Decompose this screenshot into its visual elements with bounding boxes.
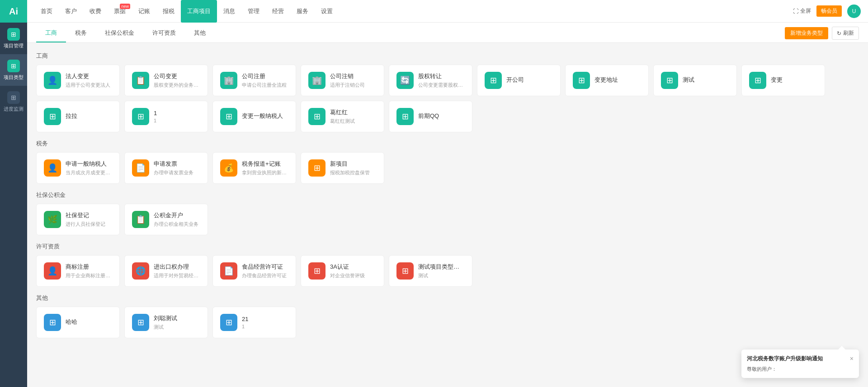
card-apply-invoice[interactable]: 📄 申请发票 办理申请发票业务: [124, 152, 208, 184]
card-num1[interactable]: ⊞ 1 1: [124, 101, 208, 132]
card-ge-hong-hong[interactable]: ⊞ 葛红红 葛红红测试: [301, 101, 384, 132]
tab-other[interactable]: 其他: [185, 24, 215, 42]
tax-cards-grid: 👤 申请一般纳税人 当月或次月成变更完成 📄 申请发票 办理申请发票业务: [36, 152, 859, 184]
apply-invoice-title: 申请发票: [154, 160, 200, 168]
nav-management[interactable]: 管理: [241, 0, 266, 23]
company-change-title: 公司变更: [154, 72, 200, 80]
trademark-desc: 用于企业商标注册服务: [66, 272, 112, 279]
refresh-icon: ↻: [837, 30, 841, 37]
other-section: 其他 ⊞ 哈哈 ⊞ 刘聪测试 测试: [36, 294, 859, 338]
card-early-qq[interactable]: ⊞ 前期QQ: [389, 101, 472, 132]
num1-desc: 1: [154, 118, 200, 123]
liu-ce-test-desc: 测试: [154, 324, 200, 331]
3a-cert-desc: 对企业信誉评级: [330, 272, 377, 279]
tab-license[interactable]: 许可资质: [143, 24, 185, 42]
test-icon: ⊞: [661, 72, 678, 89]
tab-tax[interactable]: 税务: [66, 24, 96, 42]
card-new-project[interactable]: ⊞ 新项目 报税加税控盘保管: [301, 152, 384, 184]
card-apply-tax[interactable]: 👤 申请一般纳税人 当月或次月成变更完成: [36, 152, 120, 184]
legal-change-desc: 适用于公司变更法人: [66, 82, 112, 89]
nav-billing[interactable]: 收费: [83, 0, 108, 23]
card-open-company[interactable]: ⊞ 开公司: [477, 65, 561, 96]
card-change[interactable]: ⊞ 变更: [741, 65, 825, 96]
nav-client[interactable]: 客户: [59, 0, 83, 23]
test-title: 测试: [683, 76, 729, 84]
main-area: 首页 客户 收费 票据 new 记账 报税 工商项目 消息 管理 经营 服务 设…: [27, 0, 868, 387]
card-test[interactable]: ⊞ 测试: [653, 65, 737, 96]
company-cancel-desc: 适用于注销公司: [330, 82, 377, 89]
apply-invoice-icon: 📄: [132, 159, 149, 177]
tax-bookkeeping-desc: 拿到营业执照的新公司: [242, 169, 288, 176]
card-3a-cert[interactable]: ⊞ 3A认证 对企业信誉评级: [301, 255, 384, 287]
sidebar-item-label-project-type: 项目类型: [4, 74, 24, 81]
card-company-cancel[interactable]: 🏢 公司注销 适用于注销公司: [301, 65, 384, 96]
nav-home[interactable]: 首页: [34, 0, 59, 23]
nav-industry[interactable]: 工商项目: [181, 0, 217, 23]
company-change-desc: 股权变更外的业务变更: [154, 82, 200, 89]
card-company-change[interactable]: 📋 公司变更 股权变更外的业务变更: [124, 65, 208, 96]
apply-tax-title: 申请一般纳税人: [66, 160, 112, 168]
invoice-badge: new: [120, 4, 130, 9]
food-license-icon: 📄: [220, 262, 237, 280]
nav-settings[interactable]: 设置: [315, 0, 339, 23]
notification-close-button[interactable]: ×: [850, 355, 854, 362]
apply-tax-desc: 当月或次月成变更完成: [66, 169, 112, 176]
industry-section-title: 工商: [36, 52, 859, 60]
card-lala[interactable]: ⊞ 拉拉: [36, 101, 120, 132]
social-section-title: 社保公积金: [36, 191, 859, 199]
social-cards-grid: 🌿 社保登记 进行人员社保登记 📋 公积金开户 办理公积金相关业务: [36, 204, 859, 235]
nav-bookkeeping[interactable]: 记账: [132, 0, 156, 23]
card-test-type-def[interactable]: ⊞ 测试项目类型目定义 测试: [389, 255, 472, 287]
notification-body: 尊敬的用户：: [747, 365, 854, 373]
nav-invoice[interactable]: 票据 new: [108, 0, 132, 23]
fullscreen-btn[interactable]: ⛶ 全屏: [793, 7, 811, 15]
apply-invoice-desc: 办理申请发票业务: [154, 169, 200, 176]
change-title: 变更: [771, 76, 817, 84]
sidebar-item-project-mgmt[interactable]: ⊞ 项目管理: [0, 23, 27, 54]
card-tax-bookkeeping[interactable]: 💰 税务报道+记账 拿到营业执照的新公司: [212, 152, 296, 184]
card-num21[interactable]: ⊞ 21 1: [212, 307, 296, 338]
card-housing-fund[interactable]: 📋 公积金开户 办理公积金相关业务: [124, 204, 208, 235]
tabs-bar: 工商 税务 社保公积金 许可资质 其他 新增业务类型 ↻ 刷新: [27, 23, 868, 43]
member-button[interactable]: 畅会员: [816, 5, 842, 17]
num1-icon: ⊞: [132, 108, 149, 125]
nav-operations[interactable]: 经营: [266, 0, 290, 23]
haha-title: 哈哈: [66, 318, 112, 326]
progress-monitor-icon: ⊞: [7, 91, 20, 104]
card-import-export[interactable]: 🌐 进出口权办理 适用于对外贸易经营者: [124, 255, 208, 287]
card-company-register[interactable]: 🏢 公司注册 申请公司注册全流程: [212, 65, 296, 96]
num21-icon: ⊞: [220, 314, 237, 331]
trademark-title: 商标注册: [66, 263, 112, 271]
card-haha[interactable]: ⊞ 哈哈: [36, 307, 120, 338]
card-legal-change[interactable]: 👤 法人变更 适用于公司变更法人: [36, 65, 120, 96]
card-change-tax[interactable]: ⊞ 变更一般纳税人: [212, 101, 296, 132]
tab-industry[interactable]: 工商: [36, 24, 66, 42]
card-trademark[interactable]: 👤 商标注册 用于企业商标注册服务: [36, 255, 120, 287]
housing-fund-icon: 📋: [132, 211, 149, 228]
legal-change-title: 法人变更: [66, 72, 112, 80]
card-equity-transfer[interactable]: 🔄 股权转让 公司变更需要股权转让: [389, 65, 472, 96]
refresh-button[interactable]: ↻ 刷新: [832, 27, 859, 40]
scroll-content: 工商 👤 法人变更 适用于公司变更法人 📋 公司变更 股权变更外的业务变更: [27, 43, 868, 387]
sidebar-item-progress-monitor[interactable]: ⊞ 进度监测: [0, 86, 27, 117]
nav-message[interactable]: 消息: [217, 0, 241, 23]
card-social-register[interactable]: 🌿 社保登记 进行人员社保登记: [36, 204, 120, 235]
social-register-desc: 进行人员社保登记: [66, 221, 112, 228]
lala-title: 拉拉: [66, 112, 112, 120]
num21-desc: 1: [242, 324, 288, 329]
add-type-button[interactable]: 新增业务类型: [785, 27, 828, 39]
nav-tax[interactable]: 报税: [156, 0, 181, 23]
social-register-title: 社保登记: [66, 211, 112, 219]
new-project-title: 新项目: [330, 160, 377, 168]
avatar[interactable]: U: [847, 5, 861, 18]
card-food-license[interactable]: 📄 食品经营许可证 办理食品经营许可证: [212, 255, 296, 287]
card-change-address[interactable]: ⊞ 变更地址: [565, 65, 649, 96]
card-liu-ce-test[interactable]: ⊞ 刘聪测试 测试: [124, 307, 208, 338]
sidebar-item-label-progress: 进度监测: [4, 106, 24, 112]
nav-service[interactable]: 服务: [290, 0, 315, 23]
sidebar-logo[interactable]: Ai: [0, 0, 27, 23]
company-change-icon: 📋: [132, 72, 149, 89]
sidebar-item-project-type[interactable]: ⊞ 项目类型: [0, 54, 27, 86]
tab-social[interactable]: 社保公积金: [96, 24, 143, 42]
food-license-desc: 办理食品经营许可证: [242, 272, 288, 279]
